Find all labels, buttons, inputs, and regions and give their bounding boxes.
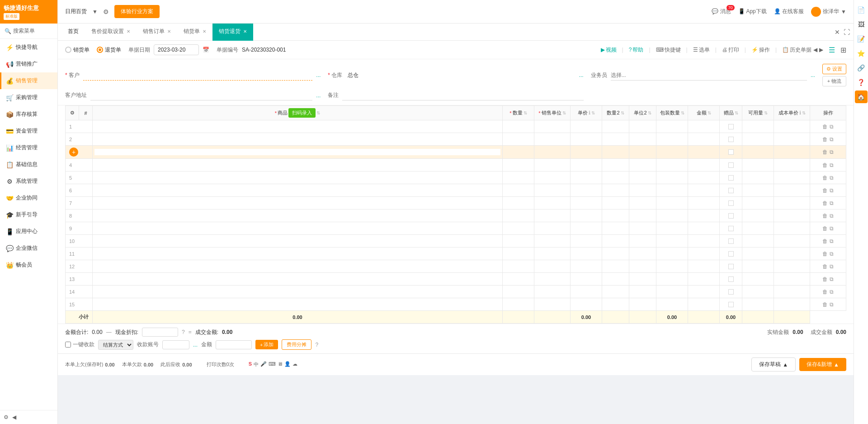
gift-checkbox[interactable] [728,137,734,142]
logistics-button[interactable]: + 物流 [822,76,846,86]
tab-sales[interactable]: 销货单 ✕ [177,24,212,41]
product-cell[interactable] [93,159,503,172]
cost-sort-icon[interactable]: ⇅ [802,110,806,115]
right-icon-6[interactable]: ❓ [855,76,868,89]
prev-icon[interactable]: ◀ [813,47,817,53]
one-key-collect-checkbox[interactable]: 一键收款 [65,341,94,348]
copy-icon[interactable]: ⧉ [830,213,834,219]
copy-icon[interactable]: ⧉ [830,263,834,270]
tab-close-icon[interactable]: ✕ [243,29,247,34]
product-cell[interactable] [93,146,503,159]
product-cell[interactable] [93,197,503,210]
user-menu[interactable]: 徐泽华 ▼ [811,7,846,17]
sidebar-item-system[interactable]: ⚙ 系统管理 [0,173,57,190]
amount-input[interactable] [216,340,252,349]
gift-checkbox[interactable] [728,124,734,129]
right-icon-4[interactable]: ⭐ [855,47,868,60]
discount-question[interactable]: ? [182,329,185,335]
available-sort-icon[interactable]: ⇅ [764,110,768,115]
settings-icon[interactable]: ⚙ [4,414,9,420]
right-icon-2[interactable]: 🖼 [855,18,868,31]
account-input[interactable] [162,340,189,349]
sidebar-item-inventory[interactable]: 📦 库存核算 [0,106,57,123]
product-sort-icon[interactable]: ⇅ [316,110,320,115]
gift-checkbox[interactable] [728,289,734,295]
gear-icon[interactable]: ⚙ [103,8,109,15]
gift-checkbox[interactable] [728,200,734,206]
gift-checkbox[interactable] [728,188,734,193]
th-settings[interactable]: ⚙ [66,106,79,120]
tab-close-icon[interactable]: ✕ [203,29,206,34]
copy-icon[interactable]: ⧉ [830,225,834,232]
collapse-icon[interactable]: ◀ [12,414,16,420]
delete-icon[interactable]: 🗑 [822,276,828,282]
tab-close-icon[interactable]: ✕ [127,29,130,34]
sidebar-item-sales[interactable]: 💰 销售管理 [0,72,57,89]
sidebar-item-collab[interactable]: 🤝 企业协同 [0,190,57,206]
tab-home[interactable]: 首页 [61,24,85,41]
delete-icon[interactable]: 🗑 [822,213,828,219]
trial-button[interactable]: 体验行业方案 [114,5,160,18]
gift-checkbox[interactable] [728,175,734,181]
calendar-icon[interactable]: 📅 [203,47,209,53]
copy-icon[interactable]: ⧉ [830,251,834,257]
copy-icon[interactable]: ⧉ [830,187,834,194]
delete-icon[interactable]: 🗑 [822,263,828,270]
copy-icon[interactable]: ⧉ [830,238,834,244]
unit-sort-icon[interactable]: ⇅ [562,110,566,115]
unit2-sort-icon[interactable]: ⇅ [648,110,651,115]
delete-icon[interactable]: 🗑 [822,289,828,295]
sidebar-item-operations[interactable]: 📊 经营管理 [0,139,57,156]
product-cell[interactable] [93,133,503,146]
save-new-arrow[interactable]: ▲ [834,362,839,368]
online-service-btn[interactable]: 👤 在线客服 [774,8,804,15]
delete-icon[interactable]: 🗑 [822,136,828,143]
tab-sales-return[interactable]: 销货退货 ✕ [212,24,253,41]
copy-icon[interactable]: ⧉ [830,136,834,143]
operate-btn[interactable]: ⚡ 操作 [751,46,770,54]
delete-icon[interactable]: 🗑 [822,175,828,181]
product-cell[interactable] [93,210,503,222]
product-cell[interactable] [93,184,503,197]
fee-split-btn[interactable]: 费用分摊 [282,339,311,350]
message-btn[interactable]: 💬 消息 70 [712,8,731,15]
tab-close-icon[interactable]: ✕ [167,29,171,34]
copy-icon[interactable]: ⧉ [830,301,834,308]
delete-icon[interactable]: 🗑 [822,124,828,130]
customer-ellipsis[interactable]: ... [316,72,321,78]
copy-icon[interactable]: ⧉ [830,162,834,168]
gift-checkbox[interactable] [728,213,734,219]
discount-input[interactable] [142,328,178,337]
video-link[interactable]: ▶ 视频 [601,46,617,54]
view-list-icon[interactable]: ☰ [829,46,835,54]
settings-button[interactable]: ⚙ 设置 [822,64,846,74]
product-cell[interactable] [93,120,503,133]
gift-sort-icon[interactable]: ⇅ [735,110,738,115]
pack-sort-icon[interactable]: ⇅ [681,110,684,115]
gift-checkbox[interactable] [728,251,734,257]
gift-checkbox[interactable] [728,149,734,155]
settlement-select[interactable]: 结算方式 [98,340,133,350]
sidebar-search[interactable]: 🔍 搜索菜单 [0,24,57,39]
fee-question[interactable]: ? [315,342,318,348]
product-cell[interactable] [93,260,503,273]
gift-checkbox[interactable] [728,226,734,231]
product-cell[interactable] [93,222,503,235]
delete-icon[interactable]: 🗑 [822,200,828,206]
warehouse-ellipsis[interactable]: ... [579,72,584,78]
next-icon[interactable]: ▶ [819,47,823,53]
copy-icon[interactable]: ⧉ [830,175,834,181]
salesman-ellipsis[interactable]: ... [811,72,815,78]
view-grid-icon[interactable]: ⊞ [840,46,846,54]
delete-icon[interactable]: 🗑 [822,187,828,194]
app-download-btn[interactable]: 📱 App下载 [738,8,767,15]
right-icon-1[interactable]: 📄 [855,4,868,16]
sidebar-item-basic[interactable]: 📋 基础信息 [0,156,57,173]
scan-btn[interactable]: 扫码录入 [288,108,316,118]
save-draft-arrow[interactable]: ▲ [783,362,788,368]
add-row-button[interactable]: + [69,148,78,157]
sidebar-item-newguide[interactable]: 🎓 新手引导 [0,206,57,223]
product-cell[interactable] [93,235,503,248]
salesman-input[interactable] [611,70,807,81]
history-btn[interactable]: 📋 历史单据 [782,46,811,54]
